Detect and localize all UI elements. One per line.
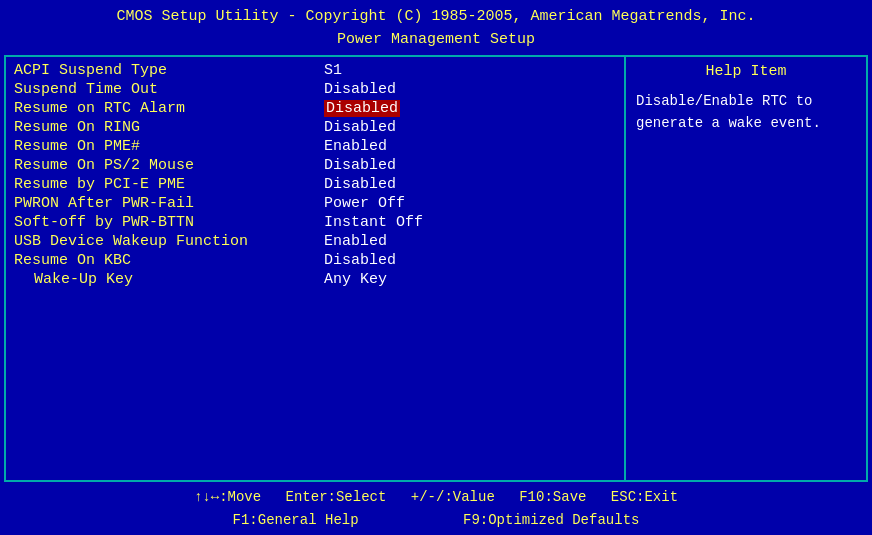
setting-value: Any Key (324, 271, 387, 288)
setting-row[interactable]: PWRON After PWR-FailPower Off (14, 194, 616, 213)
setting-value: Disabled (324, 157, 396, 174)
setting-value: Disabled (324, 81, 396, 98)
setting-value: Disabled (324, 252, 396, 269)
setting-row[interactable]: Soft-off by PWR-BTTNInstant Off (14, 213, 616, 232)
setting-value: Disabled (324, 119, 396, 136)
bios-screen: CMOS Setup Utility - Copyright (C) 1985-… (0, 0, 872, 535)
setting-row[interactable]: Wake-Up KeyAny Key (14, 270, 616, 289)
setting-label: USB Device Wakeup Function (14, 233, 324, 250)
footer: ↑↓↔:Move Enter:Select +/-/:Value F10:Sav… (0, 482, 872, 535)
esc-hint: ESC:Exit (611, 489, 678, 505)
settings-panel: ACPI Suspend TypeS1Suspend Time OutDisab… (6, 57, 626, 480)
setting-row[interactable]: USB Device Wakeup FunctionEnabled (14, 232, 616, 251)
value-hint: +/-/:Value (411, 489, 495, 505)
setting-row[interactable]: Resume on RTC AlarmDisabled (14, 99, 616, 118)
setting-row[interactable]: Resume On PS/2 MouseDisabled (14, 156, 616, 175)
setting-label: Resume On PME# (14, 138, 324, 155)
setting-label: ACPI Suspend Type (14, 62, 324, 79)
f9-hint: F9:Optimized Defaults (463, 512, 639, 528)
setting-label: Suspend Time Out (14, 81, 324, 98)
setting-label: Resume On PS/2 Mouse (14, 157, 324, 174)
setting-row[interactable]: Suspend Time OutDisabled (14, 80, 616, 99)
setting-label: Resume by PCI-E PME (14, 176, 324, 193)
help-panel: Help Item Disable/Enable RTC to generate… (626, 57, 866, 480)
setting-value: Disabled (324, 100, 400, 117)
setting-value: Instant Off (324, 214, 423, 231)
setting-row[interactable]: Resume by PCI-E PMEDisabled (14, 175, 616, 194)
setting-row[interactable]: Resume On KBCDisabled (14, 251, 616, 270)
setting-value: Enabled (324, 138, 387, 155)
header: CMOS Setup Utility - Copyright (C) 1985-… (0, 0, 872, 55)
setting-row[interactable]: Resume On RINGDisabled (14, 118, 616, 137)
setting-label: Resume on RTC Alarm (14, 100, 324, 117)
setting-label: PWRON After PWR-Fail (14, 195, 324, 212)
f1-hint: F1:General Help (233, 512, 359, 528)
setting-row[interactable]: Resume On PME#Enabled (14, 137, 616, 156)
nav-hint: ↑↓↔:Move (194, 489, 261, 505)
enter-hint: Enter:Select (286, 489, 387, 505)
setting-value: Disabled (324, 176, 396, 193)
setting-value: Power Off (324, 195, 405, 212)
f10-hint: F10:Save (519, 489, 586, 505)
setting-label: Wake-Up Key (14, 271, 324, 288)
setting-value: Enabled (324, 233, 387, 250)
setting-row[interactable]: ACPI Suspend TypeS1 (14, 61, 616, 80)
help-text: Disable/Enable RTC to generate a wake ev… (636, 90, 856, 135)
help-title: Help Item (636, 63, 856, 80)
header-line1: CMOS Setup Utility - Copyright (C) 1985-… (0, 6, 872, 29)
setting-label: Soft-off by PWR-BTTN (14, 214, 324, 231)
header-line2: Power Management Setup (0, 29, 872, 52)
setting-label: Resume On KBC (14, 252, 324, 269)
setting-label: Resume On RING (14, 119, 324, 136)
main-area: ACPI Suspend TypeS1Suspend Time OutDisab… (4, 55, 868, 482)
setting-value: S1 (324, 62, 342, 79)
